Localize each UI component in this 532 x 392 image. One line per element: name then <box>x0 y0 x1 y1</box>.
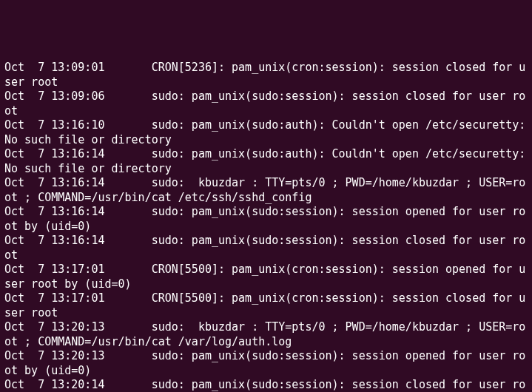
log-line: Oct 7 13:16:14 sudo: pam_unix(sudo:auth)… <box>4 147 528 176</box>
log-line: Oct 7 13:20:14 sudo: pam_unix(sudo:sessi… <box>4 378 528 392</box>
log-line: Oct 7 13:09:06 sudo: pam_unix(sudo:sessi… <box>4 89 528 118</box>
log-line: Oct 7 13:20:13 sudo: kbuzdar : TTY=pts/0… <box>4 320 528 349</box>
terminal-output: Oct 7 13:09:01 CRON[5236]: pam_unix(cron… <box>4 61 528 392</box>
log-line: Oct 7 13:16:14 sudo: pam_unix(sudo:sessi… <box>4 205 528 234</box>
log-line: Oct 7 13:09:01 CRON[5236]: pam_unix(cron… <box>4 61 528 89</box>
log-line: Oct 7 13:16:14 sudo: pam_unix(sudo:sessi… <box>4 234 528 263</box>
log-line: Oct 7 13:16:10 sudo: pam_unix(sudo:auth)… <box>4 118 528 147</box>
log-line: Oct 7 13:20:13 sudo: pam_unix(sudo:sessi… <box>4 349 528 378</box>
log-line: Oct 7 13:16:14 sudo: kbuzdar : TTY=pts/0… <box>4 176 528 205</box>
log-line: Oct 7 13:17:01 CRON[5500]: pam_unix(cron… <box>4 291 528 320</box>
log-line: Oct 7 13:17:01 CRON[5500]: pam_unix(cron… <box>4 263 528 291</box>
